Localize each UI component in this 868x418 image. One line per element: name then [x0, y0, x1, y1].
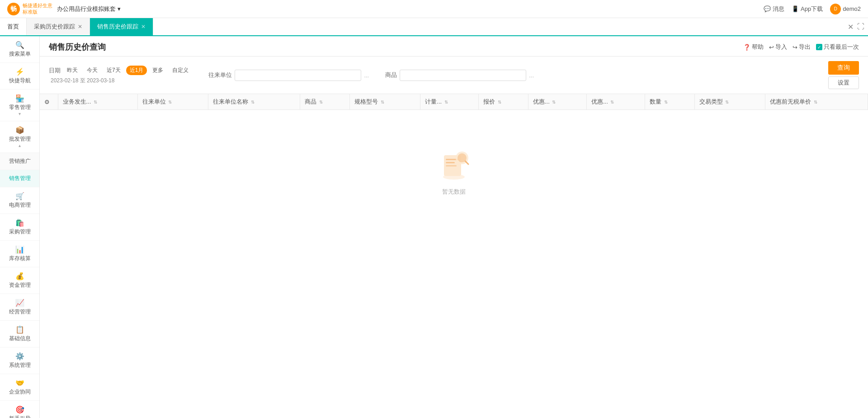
help-btn[interactable]: ❓ 帮助 — [743, 43, 764, 51]
empty-state: 暂无数据 — [40, 110, 868, 232]
date-btn-today[interactable]: 今天 — [83, 66, 101, 75]
table-header: ⚙ 业务发生... ⇅ 往来单位 ⇅ 往来单位名称 ⇅ — [40, 94, 868, 110]
sidebar-item-retail-mgmt[interactable]: 🏪 零售管理 ▾ — [0, 90, 39, 121]
expand-icon: ▴ — [19, 143, 21, 148]
sort-icon: ⇅ — [319, 100, 323, 104]
sort-icon: ⇅ — [444, 100, 448, 104]
tab-purchase-history[interactable]: 采购历史价跟踪 ✕ — [27, 18, 90, 35]
tab-sales-close[interactable]: ✕ — [141, 24, 146, 30]
export-icon: ↪ — [793, 44, 797, 51]
th-biz-date[interactable]: 业务发生... ⇅ — [58, 94, 137, 110]
import-btn[interactable]: ↩ 导入 — [769, 43, 787, 51]
sidebar-item-ecommerce[interactable]: 🛒 电商管理 — [0, 187, 39, 214]
sidebar-item-label: 新手引导 — [9, 415, 31, 418]
logo-text: 畅捷通好生意 标准版 — [23, 3, 52, 14]
partner-dots-btn[interactable]: ... — [364, 72, 369, 79]
sidebar-item-enterprise[interactable]: 🤝 企业协同 — [0, 374, 39, 401]
th-partner-name[interactable]: 往来单位名称 ⇅ — [208, 94, 300, 110]
sidebar-item-label: 采购管理 — [9, 228, 31, 236]
sidebar-item-wholesale-mgmt[interactable]: 📦 批发管理 ▴ — [0, 121, 39, 153]
sidebar-item-quick-nav[interactable]: ⚡ 快捷导航 — [0, 63, 39, 90]
basic-info-icon: 📋 — [15, 325, 24, 334]
operations-icon: 📈 — [15, 299, 24, 307]
th-unit[interactable]: 计量... ⇅ — [420, 94, 479, 110]
sidebar-item-label: 资金管理 — [9, 281, 31, 289]
sidebar-item-inventory[interactable]: 📊 库存核算 — [0, 241, 39, 267]
th-partner-code-label: 往来单位 — [142, 98, 166, 105]
th-partner-code[interactable]: 往来单位 ⇅ — [137, 94, 208, 110]
maximize-btn[interactable]: ⛶ — [857, 23, 864, 31]
sort-icon: ⇅ — [814, 100, 817, 104]
partner-filter-group: 往来单位 ... — [208, 70, 369, 81]
only-last-toggle[interactable]: ✓ 只看最后一次 — [816, 43, 859, 51]
sidebar-item-label: 快捷导航 — [9, 77, 31, 85]
user-menu[interactable]: D demo2 — [830, 4, 861, 14]
tab-purchase-label: 采购历史价跟踪 — [34, 23, 75, 31]
phone-icon: 📱 — [792, 5, 799, 12]
th-pretax-price[interactable]: 优惠前无税单价 ⇅ — [765, 94, 868, 110]
tab-sales-history[interactable]: 销售历史价跟踪 ✕ — [90, 18, 153, 35]
top-bar-right: 💬 消息 📱 App下载 D demo2 — [764, 4, 861, 14]
sidebar-item-guide[interactable]: 🎯 新手引导 — [0, 401, 39, 418]
tab-bar-actions: ✕ ⛶ — [844, 18, 868, 35]
sidebar-item-basic-info[interactable]: 📋 基础信息 — [0, 321, 39, 347]
date-btn-1month[interactable]: 近1月 — [126, 66, 147, 75]
message-btn[interactable]: 💬 消息 — [764, 5, 784, 13]
th-product[interactable]: 商品 ⇅ — [300, 94, 350, 110]
th-quantity[interactable]: 数量 ⇅ — [645, 94, 695, 110]
query-button[interactable]: 查询 — [828, 61, 859, 75]
th-trade-type[interactable]: 交易类型 ⇅ — [694, 94, 765, 110]
sidebar-item-purchase-mgmt[interactable]: 🛍️ 采购管理 — [0, 214, 39, 241]
product-filter-group: 商品 ... — [385, 70, 534, 81]
sidebar-item-sales-mgmt[interactable]: 销售管理 — [0, 170, 39, 187]
th-trade-type-label: 交易类型 — [699, 98, 723, 105]
date-btn-more[interactable]: 更多 — [149, 66, 167, 75]
sidebar-item-label: 经营管理 — [9, 308, 31, 316]
sidebar-item-label: 库存核算 — [9, 255, 31, 262]
finance-icon: 💰 — [15, 272, 24, 280]
close-all-tabs-btn[interactable]: ✕ — [848, 23, 854, 31]
sidebar-item-finance[interactable]: 💰 资金管理 — [0, 267, 39, 294]
th-quote[interactable]: 报价 ⇅ — [479, 94, 528, 110]
data-table: ⚙ 业务发生... ⇅ 往来单位 ⇅ 往来单位名称 ⇅ — [40, 94, 868, 110]
date-btn-yesterday[interactable]: 昨天 — [63, 66, 81, 75]
product-input[interactable] — [400, 70, 526, 81]
date-buttons: 昨天 今天 近7天 近1月 更多 自定义 — [63, 66, 192, 75]
main-layout: 🔍 搜索菜单 ⚡ 快捷导航 🏪 零售管理 ▾ 📦 批发管理 ▴ 营销推广 销售管… — [0, 36, 868, 418]
sidebar-item-search-menu[interactable]: 🔍 搜索菜单 — [0, 36, 39, 63]
svg-rect-3 — [446, 162, 455, 163]
sort-icon: ⇅ — [498, 100, 501, 104]
empty-icon — [436, 146, 472, 182]
checkbox-icon: ✓ — [816, 44, 822, 50]
sidebar-item-operations[interactable]: 📈 经营管理 — [0, 294, 39, 321]
svg-rect-4 — [446, 165, 457, 166]
sidebar-item-label: 搜索菜单 — [9, 50, 31, 58]
th-gear[interactable]: ⚙ — [40, 94, 58, 110]
sidebar-item-label: 系统管理 — [9, 361, 31, 369]
date-range-display: 2023-02-18 至 2023-03-18 — [51, 77, 192, 85]
empty-text: 暂无数据 — [442, 188, 466, 196]
date-btn-custom[interactable]: 自定义 — [169, 66, 192, 75]
date-btn-7days[interactable]: 近7天 — [103, 66, 124, 75]
app-download-btn[interactable]: 📱 App下载 — [792, 5, 823, 13]
product-dots-btn[interactable]: ... — [529, 72, 534, 79]
settings-button[interactable]: 设置 — [828, 76, 859, 89]
system-icon: ⚙️ — [15, 352, 24, 361]
sidebar-item-label: 零售管理 — [9, 104, 31, 111]
tab-purchase-close[interactable]: ✕ — [78, 24, 82, 30]
th-discount1[interactable]: 优惠... ⇅ — [528, 94, 586, 110]
sidebar-item-system[interactable]: ⚙️ 系统管理 — [0, 347, 39, 374]
tab-home[interactable]: 首页 — [0, 18, 27, 35]
th-discount2[interactable]: 优惠... ⇅ — [587, 94, 645, 110]
th-pretax-price-label: 优惠前无税单价 — [770, 98, 811, 105]
filter-area: 日期 昨天 今天 近7天 近1月 更多 自定义 2023-02-18 至 202… — [40, 57, 868, 94]
sort-icon: ⇅ — [725, 100, 729, 104]
company-selector[interactable]: 办公用品行业模拟账套 ▾ — [57, 5, 121, 13]
partner-label: 往来单位 — [208, 71, 232, 79]
th-spec[interactable]: 规格型号 ⇅ — [349, 94, 420, 110]
sidebar-item-marketing[interactable]: 营销推广 — [0, 153, 39, 170]
dropdown-icon: ▾ — [118, 5, 121, 12]
sort-icon: ⇅ — [610, 100, 614, 104]
partner-input[interactable] — [235, 70, 361, 81]
export-btn[interactable]: ↪ 导出 — [793, 43, 811, 51]
